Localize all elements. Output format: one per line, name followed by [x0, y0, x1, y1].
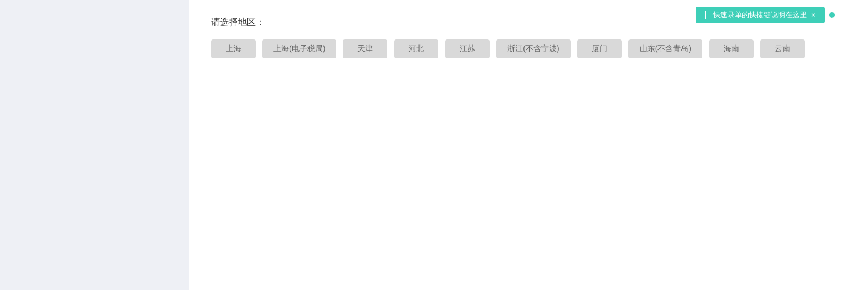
tooltip-container: 快速录单的快捷键说明在这里 ×	[696, 7, 835, 23]
region-btn-zhejiang[interactable]: 浙江(不含宁波)	[496, 39, 570, 58]
region-btn-xiamen[interactable]: 厦门	[577, 39, 622, 58]
tooltip-close-button[interactable]: ×	[811, 11, 816, 19]
region-btn-jiangsu[interactable]: 江苏	[445, 39, 490, 58]
region-btn-shandong[interactable]: 山东(不含青岛)	[628, 39, 702, 58]
region-buttons-container: 上海上海(电子税局)天津河北江苏浙江(不含宁波)厦门 山东(不含青岛)海南云南	[211, 39, 846, 65]
region-row-2: 山东(不含青岛)海南云南	[628, 39, 805, 58]
region-row-1: 上海上海(电子税局)天津河北江苏浙江(不含宁波)厦门	[211, 39, 622, 58]
region-btn-hainan[interactable]: 海南	[709, 39, 754, 58]
left-sidebar	[0, 0, 189, 290]
tooltip-text: 快速录单的快捷键说明在这里	[713, 10, 807, 20]
main-content: 请选择地区： 上海上海(电子税局)天津河北江苏浙江(不含宁波)厦门 山东(不含青…	[189, 0, 868, 290]
region-btn-shanghai[interactable]: 上海	[211, 39, 256, 58]
region-btn-shanghai-etax[interactable]: 上海(电子税局)	[262, 39, 336, 58]
tooltip-dot	[829, 12, 835, 18]
region-btn-yunnan[interactable]: 云南	[760, 39, 805, 58]
region-btn-tianjin[interactable]: 天津	[343, 39, 387, 58]
tooltip-badge: 快速录单的快捷键说明在这里 ×	[696, 7, 825, 23]
region-btn-hebei[interactable]: 河北	[394, 39, 438, 58]
